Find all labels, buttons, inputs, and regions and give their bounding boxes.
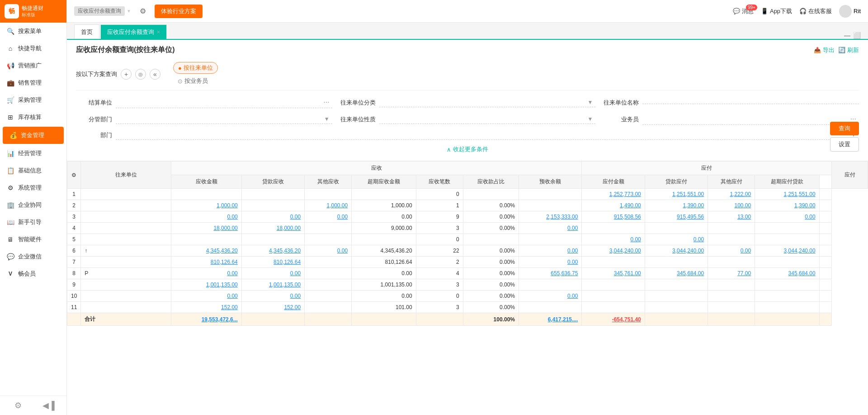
table-cell[interactable]: 1,251,551.00 <box>645 189 708 200</box>
refresh-button[interactable]: 🔄 刷新 <box>838 46 859 54</box>
more-icon[interactable]: ··· <box>323 98 329 106</box>
app-download-button[interactable]: 📱 App下载 <box>761 7 792 15</box>
salesperson-input[interactable]: ··· <box>642 114 859 125</box>
table-cell[interactable]: 810,126.64 <box>241 257 304 268</box>
total-ar-amount[interactable]: 19,553,472,6... <box>171 313 241 326</box>
table-cell[interactable]: 4,345,436.20 <box>241 245 304 257</box>
search-mode-partner[interactable]: ● 按往来单位 <box>173 62 218 74</box>
settlement-unit-input[interactable]: ··· <box>116 97 332 108</box>
tab-expand-icon[interactable]: ⬜ <box>853 32 861 39</box>
sidebar-item-smart-hw[interactable]: 🖥 智能硬件 <box>0 231 66 248</box>
sidebar-item-quick-nav[interactable]: ⌂ 快捷导航 <box>0 40 66 57</box>
table-cell[interactable]: 1,222.00 <box>708 189 755 200</box>
table-cell[interactable]: 0.00 <box>708 245 755 257</box>
table-cell[interactable]: 100.00 <box>708 200 755 211</box>
add-scheme-button[interactable]: + <box>121 69 132 80</box>
table-cell[interactable]: 810,126.64 <box>171 257 241 268</box>
table-cell[interactable]: 152.00 <box>241 302 304 313</box>
table-cell[interactable]: 13.00 <box>708 211 755 223</box>
table-cell[interactable]: 0.00 <box>171 291 241 302</box>
table-cell[interactable]: 152.00 <box>171 302 241 313</box>
table-cell[interactable]: 0.00 <box>519 257 581 268</box>
table-cell[interactable]: 345,761.00 <box>582 268 645 279</box>
sidebar-collapse-btn[interactable]: ◀▐ <box>35 401 62 410</box>
collapse-button[interactable]: ∧ 收起更多条件 <box>447 145 488 153</box>
collapse-scheme-button[interactable]: « <box>150 69 160 80</box>
table-cell[interactable]: 18,000.00 <box>241 223 304 234</box>
table-cell[interactable]: 0.00 <box>171 268 241 279</box>
table-cell[interactable]: 0.00 <box>755 211 819 223</box>
division-input[interactable]: ▼ <box>116 114 332 124</box>
col-settings[interactable]: ⚙ <box>67 162 81 189</box>
messages-button[interactable]: 💬 消息 99+ <box>733 7 754 15</box>
table-cell[interactable]: 0.00 <box>241 291 304 302</box>
table-cell[interactable]: 0.00 <box>645 234 708 245</box>
sidebar-item-system[interactable]: ⚙ 系统管理 <box>0 179 66 196</box>
table-cell[interactable]: 1,390.00 <box>755 200 819 211</box>
table-cell[interactable]: 2,153,333.00 <box>519 211 581 223</box>
tab-close-icon[interactable]: × <box>157 29 160 35</box>
table-cell[interactable]: 915,495.56 <box>645 211 708 223</box>
table-cell[interactable]: 345,684.00 <box>645 268 708 279</box>
table-cell[interactable]: 1,001,135.00 <box>241 279 304 291</box>
table-cell[interactable]: 0.00 <box>519 291 581 302</box>
sidebar-item-purchase[interactable]: 🛒 采购管理 <box>0 91 66 109</box>
sidebar-item-enterprise-collab[interactable]: 🏢 企业协同 <box>0 196 66 214</box>
online-service-button[interactable]: 🎧 在线客服 <box>799 7 832 15</box>
total-ap-amount[interactable]: -654,751.40 <box>582 313 645 326</box>
table-cell[interactable]: 655,636.75 <box>519 268 581 279</box>
table-cell[interactable]: 77.00 <box>708 268 755 279</box>
sidebar-item-beginner[interactable]: 📖 新手引导 <box>0 214 66 231</box>
edit-scheme-button[interactable]: ◎ <box>135 69 146 80</box>
table-cell[interactable]: 0.00 <box>171 211 241 223</box>
table-cell[interactable]: 1,001,135.00 <box>171 279 241 291</box>
sidebar-item-search-menu[interactable]: 🔍 搜索菜单 <box>0 23 66 40</box>
table-cell[interactable]: 915,508.56 <box>582 211 645 223</box>
trial-button[interactable]: 体验行业方案 <box>155 5 203 18</box>
table-cell[interactable]: 345,684.00 <box>755 268 819 279</box>
tab-minimize-icon[interactable]: — <box>844 32 850 39</box>
table-cell[interactable]: 1,490.00 <box>582 200 645 211</box>
table-cell: 22 <box>416 245 463 257</box>
total-advance[interactable]: 6,417,215.... <box>519 313 581 326</box>
table-cell[interactable]: 0.00 <box>519 245 581 257</box>
table-cell[interactable]: 18,000.00 <box>171 223 241 234</box>
table-cell[interactable]: 0.00 <box>582 234 645 245</box>
warehouse-icon: ⊞ <box>6 113 14 121</box>
department-input[interactable]: ▼ <box>116 130 859 140</box>
table-cell[interactable]: 3,044,240.00 <box>645 245 708 257</box>
table-cell[interactable]: 0.00 <box>305 245 352 257</box>
setting-button[interactable]: 设置 <box>830 137 859 152</box>
table-cell[interactable]: 0.00 <box>305 211 352 223</box>
table-cell[interactable]: 1,000.00 <box>305 200 352 211</box>
table-cell[interactable]: 0.00 <box>241 268 304 279</box>
table-cell[interactable]: 1,252,773.00 <box>582 189 645 200</box>
sidebar-item-basic-info[interactable]: 📋 基础信息 <box>0 162 66 179</box>
sidebar-item-sales[interactable]: 💼 销售管理 <box>0 74 66 91</box>
search-mode-salesperson[interactable]: ⊙ 按业务员 <box>173 76 218 86</box>
partner-name-input[interactable] <box>642 101 859 104</box>
table-cell[interactable]: 3,044,240.00 <box>755 245 819 257</box>
partner-category-input[interactable]: ▼ <box>379 98 596 107</box>
query-button[interactable]: 查询 <box>830 122 859 135</box>
table-cell[interactable]: 0.00 <box>241 211 304 223</box>
sidebar-settings-btn[interactable]: ⚙ <box>5 401 32 410</box>
sidebar-item-wechat[interactable]: 💬 企业微信 <box>0 248 66 265</box>
settings-gear-icon[interactable]: ⚙ <box>137 5 149 18</box>
partner-nature-input[interactable]: ▼ <box>379 114 596 124</box>
sidebar-item-warehouse[interactable]: ⊞ 库存核算 <box>0 109 66 126</box>
table-cell[interactable]: 1,390.00 <box>645 200 708 211</box>
table-cell[interactable]: 0.00 <box>519 223 581 234</box>
sidebar-item-vip[interactable]: V 畅会员 <box>0 265 66 282</box>
sidebar-item-operations[interactable]: 📊 经营管理 <box>0 145 66 162</box>
tab-ar-ap[interactable]: 应收应付余额查询 × <box>100 24 167 39</box>
table-cell[interactable]: 1,251,551.00 <box>755 189 819 200</box>
table-cell[interactable]: 3,044,240.00 <box>582 245 645 257</box>
sidebar-item-finance[interactable]: 💰 资金管理 <box>3 127 64 144</box>
user-avatar[interactable]: Rit <box>839 5 861 18</box>
tab-home[interactable]: 首页 <box>74 24 99 39</box>
export-button[interactable]: 📤 导出 <box>814 46 835 54</box>
sidebar-item-marketing[interactable]: 📢 营销推广 <box>0 57 66 74</box>
table-cell[interactable]: 4,345,436.20 <box>171 245 241 257</box>
table-cell[interactable]: 1,000.00 <box>171 200 241 211</box>
